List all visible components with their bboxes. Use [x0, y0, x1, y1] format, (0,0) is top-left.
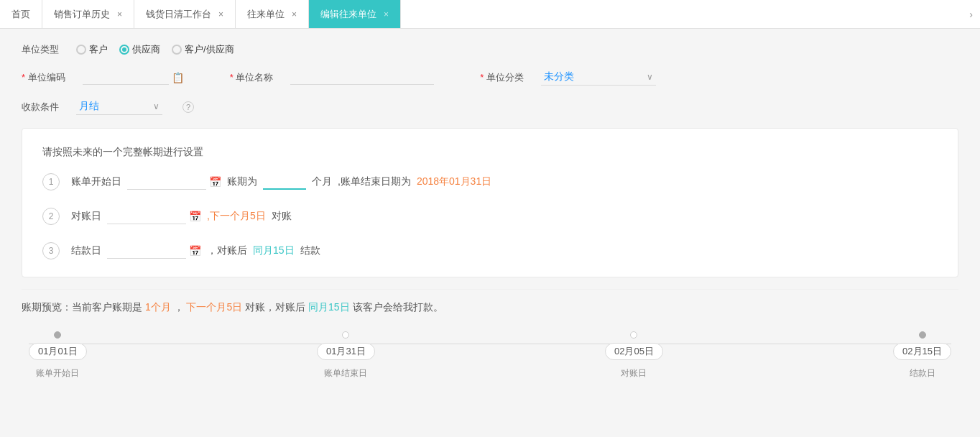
tab-edit-partner-label: 编辑往来单位: [320, 8, 376, 21]
payment-terms-label: 收款条件: [22, 101, 59, 114]
period-row-3: 3 结款日 2018-02-15 📅 ，对账后 同月15日 结款: [42, 242, 938, 259]
tab-edit-partner[interactable]: 编辑往来单位 ×: [309, 0, 401, 28]
unit-name-input[interactable]: 河南供应商22: [290, 70, 434, 85]
form-section: 单位类型 客户 供应商 客户/供应商 单位编码: [22, 43, 958, 115]
period-for-label: 账期为: [227, 175, 257, 188]
step-3-label: 结款日: [71, 244, 101, 257]
chevron-right-icon: ›: [969, 9, 973, 20]
step-1-label: 账单开始日: [71, 175, 121, 188]
payment-date-input[interactable]: 2018-02-15: [107, 244, 186, 259]
unit-code-label: 单位编码: [22, 71, 65, 84]
period-row-1: 1 账单开始日 2018-01-01 📅 账期为 1 个月 ,账单结束日期为 2…: [42, 173, 938, 190]
tab-home-label: 首页: [11, 8, 30, 21]
preview-text: 账期预览：当前客户账期是 1个月 ， 下一个月5日 对账，对账后 同月15日 该…: [22, 301, 958, 314]
step-2-label: 对账日: [71, 210, 101, 223]
reconcile-date-wrapper: 2018-02-05 📅: [107, 209, 201, 224]
preview-part5: 同月15日: [308, 301, 350, 313]
payment-terms-arrow-icon: ∨: [153, 101, 160, 111]
period-card-title: 请按照未来的一个完整帐期进行设置: [42, 146, 938, 159]
radio-both[interactable]: 客户/供应商: [172, 43, 234, 56]
radio-both-circle: [172, 45, 182, 55]
payment-terms-row: 收款条件 月结 ∨ ?: [22, 98, 958, 115]
timeline-label-3: 对账日: [621, 367, 647, 380]
end-date-highlight: 2018年01月31日: [417, 175, 491, 188]
preview-prefix: 账期预览：当前客户账期是: [22, 301, 142, 313]
preview-part6: 该客户会给我打款。: [353, 301, 443, 313]
unit-category-label: 单位分类: [480, 71, 524, 84]
payment-terms-value: 月结: [79, 100, 150, 113]
tab-home[interactable]: 首页: [0, 0, 42, 28]
timeline-items: 01月01日 账单开始日 01月31日 账单结束日 02月05日 对账日: [29, 331, 951, 380]
step-2-number: 2: [42, 208, 60, 225]
timeline-item-3: 02月05日 对账日: [605, 331, 663, 380]
reconcile-orange-desc: ,下一个月5日: [207, 210, 266, 223]
end-desc-label: ,账单结束日期为: [338, 175, 411, 188]
unit-name-label: 单位名称: [230, 71, 274, 84]
radio-both-label: 客户/供应商: [185, 43, 234, 56]
period-row-1-content: 账单开始日 2018-01-01 📅 账期为 1 个月 ,账单结束日期为 201…: [71, 174, 491, 190]
radio-customer[interactable]: 客户: [76, 43, 108, 56]
payment-terms-help-icon[interactable]: ?: [182, 101, 194, 113]
preview-part1: 1个月: [145, 301, 171, 313]
timeline-dot-3: [630, 331, 637, 339]
timeline-badge-4: 02月15日: [893, 343, 951, 360]
unit-category-select[interactable]: 未分类 ∨: [541, 69, 656, 86]
timeline-dot-2: [342, 331, 349, 339]
reconcile-date-input[interactable]: 2018-02-05: [107, 209, 186, 224]
timeline-item-4: 02月15日 结款日: [893, 331, 951, 380]
close-partner-units-icon[interactable]: ×: [292, 9, 297, 19]
period-num-input[interactable]: 1: [263, 174, 306, 190]
preview-part3: 下一个月5日: [186, 301, 242, 313]
payment-date-wrapper: 2018-02-15 📅: [107, 244, 201, 259]
unit-code-calendar-icon[interactable]: 📋: [172, 72, 184, 83]
timeline-item-2: 01月31日 账单结束日: [317, 331, 375, 380]
start-date-calendar-icon[interactable]: 📅: [209, 176, 221, 188]
radio-supplier-circle: [119, 45, 129, 55]
tab-expand-button[interactable]: ›: [962, 0, 980, 28]
payment-terms-select[interactable]: 月结 ∨: [76, 98, 162, 115]
tab-bar: 首页 销售订单历史 × 钱货日清工作台 × 往来单位 × 编辑往来单位 × ›: [0, 0, 980, 29]
timeline-dot-1: [54, 331, 61, 339]
tab-cashflow[interactable]: 钱货日清工作台 ×: [134, 0, 236, 28]
tab-sales-history[interactable]: 销售订单历史 ×: [42, 0, 134, 28]
reconcile-after-label: 对账: [272, 210, 292, 223]
tab-partner-units[interactable]: 往来单位 ×: [236, 0, 309, 28]
preview-section: 账期预览：当前客户账期是 1个月 ， 下一个月5日 对账，对账后 同月15日 该…: [22, 289, 958, 380]
payment-after-label: 结款: [300, 244, 320, 257]
timeline-label-4: 结款日: [910, 367, 935, 380]
radio-supplier-label: 供应商: [132, 43, 160, 56]
radio-customer-label: 客户: [89, 43, 108, 56]
preview-part2: ，: [174, 301, 184, 313]
timeline-badge-1: 01月01日: [29, 343, 87, 360]
timeline-label-1: 账单开始日: [36, 367, 79, 380]
unit-category-arrow-icon: ∨: [647, 72, 653, 82]
payment-teal-desc: 同月15日: [253, 244, 295, 257]
timeline-label-2: 账单结束日: [324, 367, 367, 380]
tab-partner-units-label: 往来单位: [247, 8, 285, 21]
close-sales-history-icon[interactable]: ×: [117, 9, 122, 19]
reconcile-date-calendar-icon[interactable]: 📅: [189, 211, 201, 222]
tab-cashflow-label: 钱货日清工作台: [146, 8, 211, 21]
close-edit-partner-icon[interactable]: ×: [384, 9, 389, 19]
timeline-wrapper: 01月01日 账单开始日 01月31日 账单结束日 02月05日 对账日: [22, 331, 958, 380]
close-cashflow-icon[interactable]: ×: [218, 9, 223, 19]
start-date-wrapper: 2018-01-01 📅: [127, 175, 221, 190]
unit-type-label: 单位类型: [22, 43, 59, 56]
payment-before-label: ，对账后: [207, 244, 247, 257]
timeline-badge-3: 02月05日: [605, 343, 663, 360]
code-name-category-row: 单位编码 📋 单位名称 河南供应商22 单位分类 未分类 ∨: [22, 69, 958, 86]
start-date-input[interactable]: 2018-01-01: [127, 175, 206, 190]
main-content: 单位类型 客户 供应商 客户/供应商 单位编码: [0, 29, 980, 437]
tab-sales-history-label: 销售订单历史: [54, 8, 110, 21]
step-1-number: 1: [42, 173, 60, 190]
unit-code-input[interactable]: [83, 70, 169, 85]
timeline-dot-4: [919, 331, 926, 339]
payment-date-calendar-icon[interactable]: 📅: [189, 245, 201, 257]
period-row-3-content: 结款日 2018-02-15 📅 ，对账后 同月15日 结款: [71, 244, 320, 259]
radio-customer-circle: [76, 45, 86, 55]
radio-supplier[interactable]: 供应商: [119, 43, 160, 56]
timeline-badge-2: 01月31日: [317, 343, 375, 360]
period-row-2-content: 对账日 2018-02-05 📅 ,下一个月5日 对账: [71, 209, 292, 224]
preview-part4: 对账，对账后: [245, 301, 305, 313]
unit-type-radio-group: 客户 供应商 客户/供应商: [76, 43, 234, 56]
